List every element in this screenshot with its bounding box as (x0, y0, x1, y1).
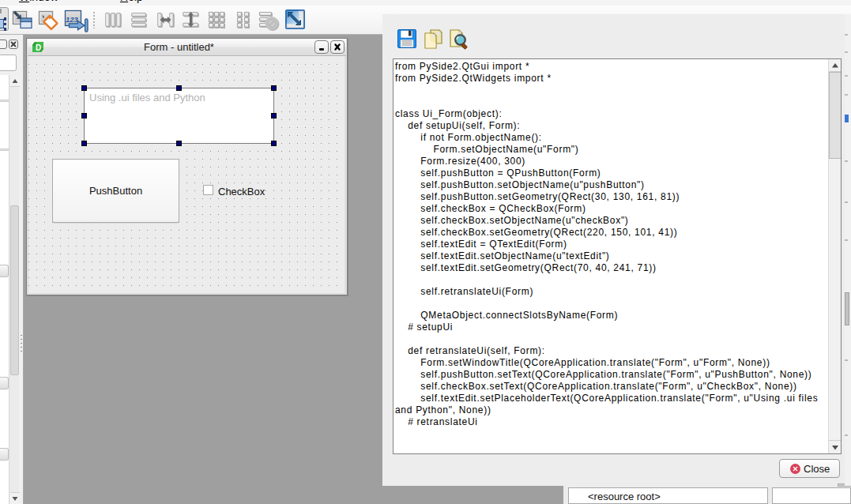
svg-text:D: D (36, 43, 41, 52)
svg-text:123: 123 (66, 15, 79, 24)
